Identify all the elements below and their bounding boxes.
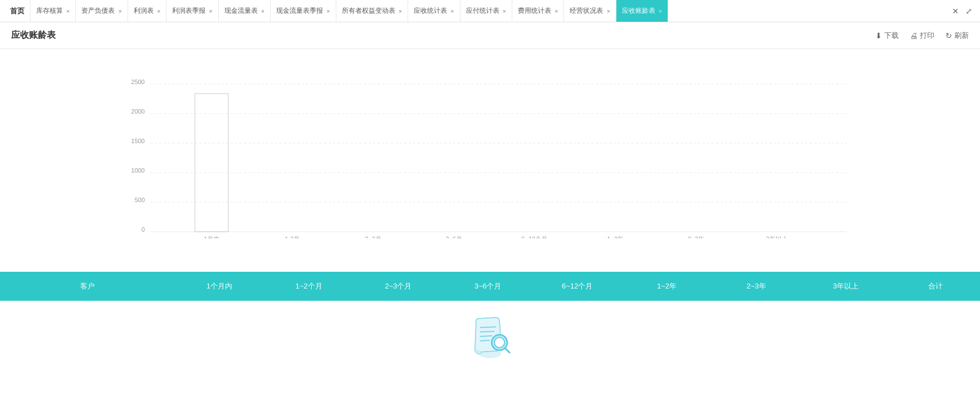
tab-close-icon[interactable]: × [209, 8, 212, 14]
svg-line-33 [481, 331, 494, 332]
tab-home-label: 首页 [10, 6, 24, 16]
refresh-icon: ↻ [945, 31, 952, 40]
chart-area: 0 500 1000 1500 2000 2500 [0, 49, 980, 272]
svg-text:1月内: 1月内 [204, 236, 219, 238]
th-2: 1~2个月 [264, 281, 354, 291]
tab-home[interactable]: 首页 [4, 0, 31, 22]
print-label: 打印 [920, 31, 934, 41]
th-8: 3年以上 [801, 281, 891, 291]
tab-close-icon[interactable]: × [399, 8, 402, 14]
svg-text:0: 0 [141, 226, 145, 233]
empty-state-icon [465, 312, 515, 364]
table-header: 客户1个月内1~2个月2~3个月3~6个月6~12个月1~2年2~3年3年以上合… [0, 272, 980, 301]
empty-icon [465, 312, 515, 362]
th-7: 2~3年 [712, 281, 801, 291]
svg-text:1500: 1500 [131, 138, 145, 144]
tab-cashflow-quarterly[interactable]: 现金流量表季报× [271, 0, 336, 22]
th-4: 3~6个月 [443, 281, 533, 291]
download-label: 下载 [884, 31, 899, 41]
tab-close-icon[interactable]: × [659, 8, 662, 14]
svg-line-35 [481, 340, 489, 341]
tab-equity[interactable]: 所有者权益变动表× [336, 0, 408, 22]
print-icon: 🖨 [910, 31, 918, 40]
tab-balance[interactable]: 资产负债表× [76, 0, 128, 22]
close-button[interactable]: ✕ [951, 7, 960, 16]
tab-ar-stat[interactable]: 应收统计表× [408, 0, 460, 22]
svg-text:2000: 2000 [131, 108, 145, 115]
tab-operation[interactable]: 经营状况表× [564, 0, 616, 22]
svg-text:3年以上: 3年以上 [766, 236, 787, 238]
tab-cashflow[interactable]: 现金流量表× [219, 0, 271, 22]
tab-close-icon[interactable]: × [118, 8, 121, 14]
tab-profit[interactable]: 利润表× [128, 0, 166, 22]
svg-text:2~3月: 2~3月 [365, 236, 381, 238]
tab-label: 现金流量表 [224, 6, 258, 16]
download-button[interactable]: ⬇ 下载 [875, 31, 899, 41]
th-3: 2~3个月 [354, 281, 443, 291]
svg-text:1-2月: 1-2月 [285, 236, 300, 238]
tab-label: 资产负债表 [81, 6, 115, 16]
tab-close-icon[interactable]: × [66, 8, 70, 14]
th-5: 6~12个月 [532, 281, 622, 291]
tab-close-icon[interactable]: × [450, 8, 454, 14]
bar-chart: 0 500 1000 1500 2000 2500 [22, 60, 958, 238]
maximize-button[interactable]: ⤢ [964, 7, 973, 16]
refresh-label: 刷新 [954, 31, 969, 41]
tab-close-icon[interactable]: × [157, 8, 160, 14]
th-0: 客户 [0, 281, 174, 291]
tab-label: 所有者权益变动表 [342, 6, 395, 16]
tab-label: 应付统计表 [466, 6, 499, 16]
tab-label: 库存核算 [36, 6, 63, 16]
tab-close-icon[interactable]: × [261, 8, 264, 14]
svg-point-37 [494, 338, 504, 348]
th-1: 1个月内 [174, 281, 264, 291]
tab-label: 利润表季报 [172, 6, 205, 16]
tab-label: 经营状况表 [570, 6, 603, 16]
tab-label: 利润表 [134, 6, 154, 16]
svg-text:3~6月: 3~6月 [445, 236, 462, 238]
svg-text:6~12个月: 6~12个月 [522, 236, 548, 238]
svg-rect-17 [437, 202, 471, 232]
table-body [0, 301, 980, 375]
tab-close-icon[interactable]: × [326, 8, 330, 14]
refresh-button[interactable]: ↻ 刷新 [945, 31, 969, 41]
tab-expense[interactable]: 费用统计表× [512, 0, 564, 22]
svg-line-32 [481, 327, 496, 327]
tab-profit-quarterly[interactable]: 利润表季报× [166, 0, 218, 22]
th-9: 合计 [890, 281, 980, 291]
tab-label: 应收账龄表 [622, 6, 655, 16]
svg-rect-15 [276, 119, 309, 232]
svg-rect-12 [195, 94, 228, 232]
th-6: 1~2年 [622, 281, 712, 291]
tab-ar-aging[interactable]: 应收账龄表× [616, 0, 668, 22]
tab-ap-stat[interactable]: 应付统计表× [460, 0, 512, 22]
tab-bar: 首页 库存核算×资产负债表×利润表×利润表季报×现金流量表×现金流量表季报×所有… [0, 0, 980, 22]
svg-text:1~2年: 1~2年 [607, 236, 624, 238]
tab-label: 应收统计表 [414, 6, 447, 16]
header-actions: ⬇ 下载 🖨 打印 ↻ 刷新 [875, 31, 969, 41]
tab-close-icon[interactable]: × [555, 8, 558, 14]
svg-rect-20 [679, 174, 713, 232]
svg-rect-18 [518, 84, 551, 232]
svg-line-34 [481, 336, 492, 336]
page-title: 应收账龄表 [11, 30, 56, 41]
main-content: 0 500 1000 1500 2000 2500 [0, 49, 980, 401]
svg-text:2~3年: 2~3年 [688, 236, 704, 238]
svg-line-38 [505, 348, 509, 353]
svg-text:500: 500 [135, 197, 145, 203]
download-icon: ⬇ [875, 31, 882, 40]
tab-close-icon[interactable]: × [503, 8, 506, 14]
tab-inventory[interactable]: 库存核算× [31, 0, 76, 22]
tab-close-icon[interactable]: × [606, 8, 610, 14]
svg-rect-16 [356, 119, 390, 232]
page-header: 应收账龄表 ⬇ 下载 🖨 打印 ↻ 刷新 [0, 22, 980, 49]
svg-text:1000: 1000 [131, 167, 145, 174]
tab-label: 现金流量表季报 [276, 6, 323, 16]
window-controls: ✕ ⤢ [951, 7, 976, 16]
tab-label: 费用统计表 [518, 6, 551, 16]
svg-rect-14 [195, 94, 228, 232]
print-button[interactable]: 🖨 打印 [910, 31, 934, 41]
svg-text:2500: 2500 [131, 79, 145, 85]
